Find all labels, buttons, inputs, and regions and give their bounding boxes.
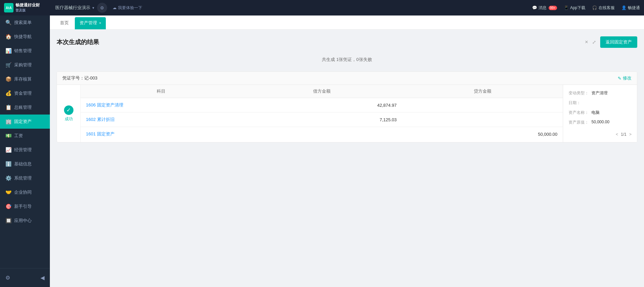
sidebar-item-fixed[interactable]: 🏢固定资产 (0, 115, 50, 129)
inventory-icon: 📦 (5, 76, 11, 82)
subject-cell-2[interactable]: 1601 固定资产 (81, 127, 241, 141)
tab-asset-mgmt-label: 资产管理 (80, 20, 97, 26)
voucher-number: 凭证字号：记-003 (62, 75, 97, 81)
message-badge: 99+ (549, 6, 557, 10)
logo-texts: 畅捷通好业财 普及版 (16, 3, 40, 13)
user-label: 畅捷通 (628, 5, 640, 11)
return-button[interactable]: 返回固定资产 (600, 36, 637, 48)
message-icon: 💬 (532, 5, 537, 10)
logo-name: 畅捷通好业财 (16, 3, 40, 8)
apps-icon: 🔲 (5, 218, 11, 224)
sidebar-label-search: 搜索菜单 (14, 20, 32, 26)
credit-cell-0 (402, 101, 563, 109)
sidebar-label-inventory: 库存核算 (14, 76, 32, 82)
user-menu[interactable]: 👤 畅捷通 (621, 5, 640, 11)
table-row: 1606 固定资产清理 42,874.97 (81, 98, 563, 113)
tab-home-label: 首页 (60, 20, 69, 25)
sidebar-item-quicknav[interactable]: 🏠快捷导航 (0, 30, 50, 44)
close-panel-icon[interactable]: × (585, 39, 588, 45)
company-arrow-icon: ▾ (92, 6, 94, 10)
summary-bar: 共生成 1张凭证，0张失败 (57, 53, 637, 66)
debit-cell-1: 7,125.03 (241, 113, 402, 126)
sidebar-item-operations[interactable]: 📈经营管理 (0, 143, 50, 157)
asset-name-row: 资产名称： 电脑 (569, 110, 632, 116)
logo-sub: 普及版 (16, 8, 40, 13)
company-name: 医疗器械行业演示 (55, 5, 90, 11)
sidebar-item-system[interactable]: ⚙️系统管理 (0, 171, 50, 185)
sidebar-item-apps[interactable]: 🔲应用中心 (0, 214, 50, 228)
app-download-label: App下载 (570, 5, 585, 11)
message-button[interactable]: 💬 消息 99+ (532, 5, 557, 11)
sidebar-item-sales[interactable]: 📊销售管理 (0, 44, 50, 58)
sidebar-item-basic[interactable]: ℹ️基础信息 (0, 157, 50, 171)
salary-icon: 💵 (5, 133, 11, 139)
sidebar-item-ledger[interactable]: 📋总账管理 (0, 100, 50, 115)
funds-icon: 💰 (5, 90, 11, 96)
online-service-button[interactable]: 🎧 在线客服 (592, 5, 615, 11)
voucher-table-area: ✓ 成功 科目 借方金额 贷方金额 1606 固定资产清理 42,874.97 (57, 85, 637, 142)
logo-icon: AtA (4, 3, 13, 12)
experience-button[interactable]: ☁ 我要体验一下 (113, 5, 142, 11)
sidebar-bottom: ⚙ ◀ (0, 268, 50, 287)
sidebar-label-basic: 基础信息 (14, 161, 32, 167)
basic-icon: ℹ️ (5, 161, 11, 167)
sidebar-label-sales: 销售管理 (14, 48, 32, 54)
sidebar-label-fixed: 固定资产 (14, 119, 32, 125)
change-type-value: 资产清理 (591, 90, 608, 96)
voucher-table: 科目 借方金额 贷方金额 1606 固定资产清理 42,874.97 1602 … (81, 85, 563, 142)
col-subject: 科目 (81, 85, 241, 98)
sidebar-item-salary[interactable]: 💵工资 (0, 129, 50, 143)
user-icon: 👤 (621, 5, 626, 10)
tab-close-icon[interactable]: × (99, 21, 101, 25)
page-title: 本次生成的结果 (57, 38, 99, 46)
enterprise-icon: 🤝 (5, 189, 11, 195)
sidebar-label-apps: 应用中心 (14, 218, 32, 224)
quicknav-icon: 🏠 (5, 34, 11, 40)
headset-icon: 🎧 (592, 5, 597, 10)
gear-icon: ⚙ (100, 5, 104, 10)
sidebar-label-operations: 经营管理 (14, 147, 32, 153)
settings-button[interactable]: ⚙ (97, 3, 107, 13)
content-area: 首页 资产管理 × 本次生成的结果 × ⤢ 返回固定资产 共生成 1张 (50, 15, 644, 287)
debit-cell-0: 42,874.97 (241, 99, 402, 112)
sidebar-item-search[interactable]: 🔍搜索菜单 (0, 15, 50, 30)
sidebar-item-funds[interactable]: 💰资金管理 (0, 86, 50, 100)
sidebar-item-purchase[interactable]: 🛒采购管理 (0, 58, 50, 72)
table-row: 1602 累计折旧 7,125.03 (81, 113, 563, 127)
purchase-icon: 🛒 (5, 62, 11, 68)
tab-asset-mgmt[interactable]: 资产管理 × (75, 17, 106, 29)
credit-cell-1 (402, 116, 563, 124)
asset-name-value: 电脑 (591, 110, 600, 116)
page-content: 本次生成的结果 × ⤢ 返回固定资产 共生成 1张凭证，0张失败 凭证字号：记-… (50, 30, 644, 287)
app-download-button[interactable]: 📱 App下载 (564, 5, 585, 11)
sidebar-label-ledger: 总账管理 (14, 104, 32, 110)
credit-cell-2: 50,000.00 (402, 128, 563, 141)
phone-icon: 📱 (564, 5, 569, 10)
sidebar-item-enterprise[interactable]: 🤝企业协同 (0, 185, 50, 199)
collapse-icon[interactable]: ◀ (40, 275, 44, 281)
edit-label: 修改 (623, 75, 632, 81)
guide-icon: 🎯 (5, 203, 11, 210)
sidebar-scroll: 🔍搜索菜单🏠快捷导航📊销售管理🛒采购管理📦库存核算💰资金管理📋总账管理🏢固定资产… (0, 15, 50, 268)
ledger-icon: 📋 (5, 104, 11, 110)
next-page-button[interactable]: > (629, 132, 632, 137)
subject-cell-0[interactable]: 1606 固定资产清理 (81, 98, 241, 112)
status-col: ✓ 成功 (57, 85, 81, 142)
expand-icon[interactable]: ⤢ (592, 39, 596, 45)
prev-page-button[interactable]: < (616, 132, 618, 137)
side-panel: 变动类型： 资产清理 日期： 资产名称： 电脑 资产原值： (563, 85, 637, 142)
edit-button[interactable]: ✎ 修改 (618, 75, 632, 81)
voucher-card: 凭证字号：记-003 ✎ 修改 ✓ 成功 (57, 71, 637, 142)
sidebar-item-inventory[interactable]: 📦库存核算 (0, 72, 50, 86)
fixed-icon: 🏢 (5, 119, 11, 125)
change-type-row: 变动类型： 资产清理 (569, 90, 632, 96)
tab-home[interactable]: 首页 (55, 17, 73, 29)
subject-cell-1[interactable]: 1602 累计折旧 (81, 113, 241, 127)
sidebar-item-guide[interactable]: 🎯新手引导 (0, 199, 50, 214)
sidebar-label-quicknav: 快捷导航 (14, 34, 32, 40)
company-selector[interactable]: 医疗器械行业演示 ▾ (55, 5, 94, 11)
table-header: 科目 借方金额 贷方金额 (81, 85, 563, 98)
sidebar: 🔍搜索菜单🏠快捷导航📊销售管理🛒采购管理📦库存核算💰资金管理📋总账管理🏢固定资产… (0, 15, 50, 287)
online-service-label: 在线客服 (599, 5, 615, 11)
settings-bottom-icon[interactable]: ⚙ (5, 275, 10, 281)
